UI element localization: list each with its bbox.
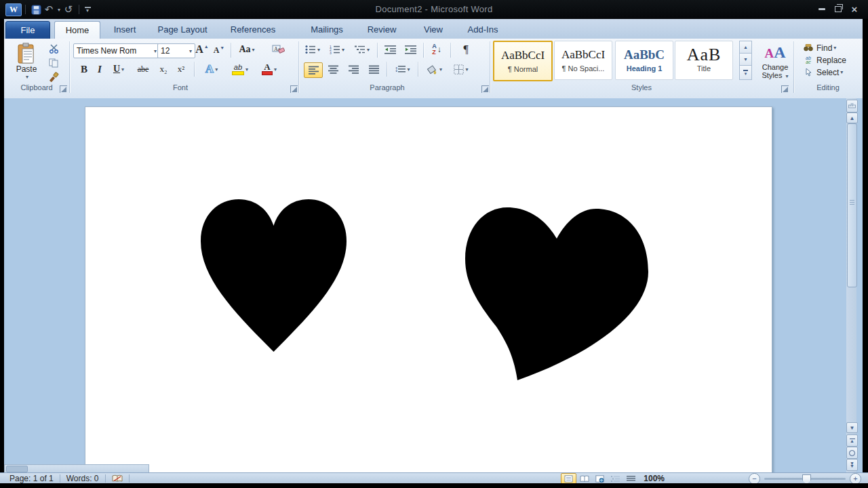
tab-insert[interactable]: Insert [104, 21, 145, 38]
tab-file[interactable]: File [5, 21, 50, 39]
clipboard-dialog-launcher[interactable] [60, 85, 67, 93]
document-page[interactable] [85, 106, 772, 474]
view-print-layout-button[interactable] [561, 473, 576, 485]
scroll-up-button[interactable]: ▲ [846, 113, 858, 123]
justify-button[interactable] [365, 62, 382, 77]
shading-button[interactable]: ▾ [422, 62, 446, 77]
text-effects-button[interactable]: A ▾ [201, 62, 222, 77]
view-draft-button[interactable] [623, 473, 639, 485]
bullets-button[interactable]: ▾ [302, 43, 323, 56]
small-divider [423, 43, 424, 58]
superscript-button[interactable]: x² [174, 62, 189, 76]
borders-button[interactable]: ▾ [449, 62, 473, 77]
change-case-button[interactable]: Aa ▾ [236, 43, 258, 56]
vertical-scrollbar[interactable]: ▲ ▼ ▲ ▼ ▼ [846, 98, 856, 472]
vertical-scrollbar-thumb[interactable] [847, 123, 857, 287]
underline-button[interactable]: U ▾ [108, 62, 129, 76]
decrease-indent-button[interactable] [381, 43, 399, 56]
zoom-slider-track[interactable] [764, 478, 846, 480]
restore-button[interactable] [830, 3, 846, 14]
format-painter-brush-icon [49, 72, 59, 82]
grow-font-button[interactable]: A ▲ [194, 42, 210, 57]
style-title[interactable]: AaB Title [675, 41, 733, 80]
font-size-combobox[interactable]: 12 ▾ [157, 43, 195, 58]
bold-button[interactable]: B [77, 62, 91, 76]
view-outline-button[interactable] [608, 473, 623, 485]
font-color-caret: ▾ [274, 66, 277, 73]
styles-gallery-down-button[interactable]: ▼ [739, 53, 752, 66]
font-family-combobox[interactable]: Times New Rom ▾ [73, 43, 160, 58]
styles-dialog-launcher[interactable] [781, 85, 789, 93]
style-heading1[interactable]: AaBbC Heading 1 [615, 41, 673, 80]
select-browse-object-button[interactable] [846, 447, 858, 459]
format-painter-button[interactable] [46, 70, 61, 83]
next-page-button[interactable]: ▼ ▼ [846, 459, 858, 471]
strikethrough-button[interactable]: abe [133, 62, 153, 76]
font-color-glyph: A [264, 63, 270, 71]
text-highlight-button[interactable]: ab ▾ [228, 62, 252, 77]
font-dialog-launcher[interactable] [290, 85, 298, 93]
editing-group-label: Editing [797, 83, 859, 92]
select-button[interactable]: Select ▾ [803, 66, 843, 78]
previous-page-button[interactable]: ▲ [846, 434, 858, 447]
tab-page-layout[interactable]: Page Layout [149, 21, 216, 38]
status-bar: Page: 1 of 1 Words: 0 100% − + [0, 472, 868, 484]
find-binoculars-icon [803, 44, 814, 52]
tab-references[interactable]: References [221, 21, 285, 38]
scroll-down-button[interactable]: ▼ [846, 422, 858, 433]
styles-group-label: Styles [601, 83, 682, 92]
subscript-button[interactable]: x₂ [156, 62, 171, 76]
cut-button[interactable] [46, 43, 61, 55]
style-no-spacing[interactable]: AaBbCcI ¶ No Spaci... [554, 41, 612, 80]
view-fullscreen-reading-button[interactable] [576, 473, 592, 485]
font-color-button[interactable]: A ▾ [258, 62, 281, 77]
tab-review[interactable]: Review [359, 21, 404, 38]
borders-grid-icon [454, 64, 464, 75]
align-center-button[interactable] [324, 62, 342, 77]
line-spacing-button[interactable]: ↕ ▾ [391, 62, 414, 77]
view-web-layout-button[interactable] [592, 473, 608, 485]
proofing-status-button[interactable] [112, 474, 123, 483]
zoom-in-button[interactable]: + [850, 473, 861, 485]
show-hide-pilcrow-button[interactable]: ¶ [457, 42, 475, 57]
sort-letters: A Z [432, 43, 437, 56]
minimize-button[interactable] [814, 3, 830, 14]
find-button[interactable]: Find ▾ [803, 42, 836, 54]
page-count[interactable]: Page: 1 of 1 [9, 474, 54, 483]
paragraph-dialog-launcher[interactable] [481, 85, 489, 93]
tab-addins[interactable]: Add-Ins [457, 21, 509, 38]
numbering-button[interactable]: 1 2 3 ▾ [327, 43, 347, 56]
tab-home[interactable]: Home [54, 21, 100, 39]
paste-button[interactable]: Paste ▾ [11, 41, 42, 81]
zoom-out-button[interactable]: − [749, 473, 760, 485]
shrink-font-button[interactable]: A ▼ [212, 43, 226, 57]
horizontal-scrollbar-thumb[interactable] [6, 466, 28, 472]
word-count[interactable]: Words: 0 [66, 474, 99, 483]
styles-gallery-more-button[interactable]: ▾ [739, 65, 752, 80]
tab-mailings[interactable]: Mailings [302, 21, 351, 38]
clear-formatting-button[interactable]: Aa [270, 42, 288, 57]
style-normal[interactable]: AaBbCcI ¶ Normal [493, 41, 553, 81]
small-divider [194, 62, 195, 77]
close-button[interactable]: × [846, 3, 863, 14]
replace-button[interactable]: ab ac Replace [803, 54, 846, 66]
change-styles-button[interactable]: AA Change Styles ▾ [755, 41, 795, 82]
align-right-button[interactable] [344, 62, 362, 77]
style-sample: AaBbCcI [561, 48, 605, 62]
borders-caret: ▾ [465, 66, 468, 73]
italic-button[interactable]: I [94, 62, 106, 76]
increase-indent-button[interactable] [401, 43, 419, 56]
align-left-button[interactable] [304, 62, 323, 78]
clear-formatting-eraser-icon: Aa [272, 44, 285, 55]
zoom-level[interactable]: 100% [644, 474, 665, 483]
heart-shape-1[interactable] [201, 199, 347, 352]
multilevel-list-button[interactable]: ▾ [351, 43, 373, 56]
sort-button[interactable]: A Z ↓ [427, 41, 446, 58]
copy-button[interactable] [46, 57, 61, 69]
styles-gallery-up-button[interactable]: ▲ [739, 41, 752, 54]
numbering-icon: 1 2 3 [330, 45, 340, 54]
group-divider [298, 41, 299, 93]
ruler-toggle-button[interactable] [846, 100, 858, 113]
tab-view[interactable]: View [415, 21, 452, 38]
heart-shape-2[interactable] [465, 207, 648, 380]
